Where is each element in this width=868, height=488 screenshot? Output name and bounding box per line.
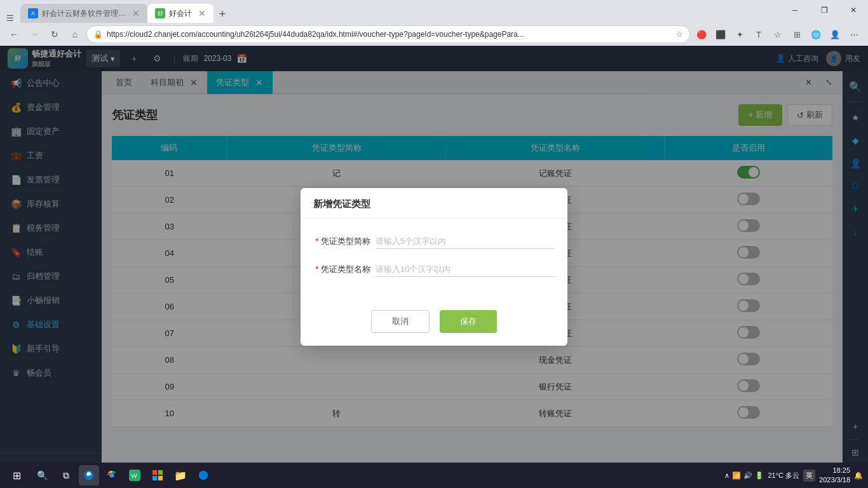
svg-text:W: W	[132, 472, 138, 479]
browser-tab-bar: ☰ A 好会计云财务软件管理系统_会计 ✕ 好 好会计 ✕ +	[0, 0, 868, 23]
taskbar-edge-2[interactable]	[193, 465, 214, 485]
taskbar-sound: 🔊	[743, 471, 752, 480]
taskbar-weather: 21°C 多云	[768, 471, 799, 480]
extension-btn-6[interactable]: ⊞	[788, 25, 806, 43]
taskbar-edge[interactable]	[79, 465, 99, 485]
extension-btn-3[interactable]: ✦	[731, 25, 749, 43]
taskbar-wifi: 📶	[732, 471, 741, 480]
taskbar-lang: 英	[803, 470, 815, 482]
tab-inactive-1[interactable]: A 好会计云财务软件管理系统_会计 ✕	[20, 4, 147, 23]
back-button[interactable]: ←	[5, 25, 23, 43]
save-button[interactable]: 保存	[440, 310, 497, 333]
extension-btn-5[interactable]: ☆	[769, 25, 787, 43]
extension-btn-2[interactable]: ⬛	[712, 25, 729, 43]
taskbar-notification[interactable]: 🔔	[854, 471, 863, 480]
star-icon[interactable]: ☆	[676, 30, 683, 39]
modal-header: 新增凭证类型	[301, 188, 567, 219]
tab-label-1: 好会计云财务软件管理系统_会计	[42, 8, 126, 19]
taskbar-multitask[interactable]: ⧉	[56, 465, 76, 485]
tab-label-2: 好会计	[169, 8, 192, 19]
tab-favicon-2: 好	[155, 8, 165, 18]
name-input[interactable]	[376, 262, 555, 277]
new-tab-button[interactable]: +	[214, 5, 231, 23]
browser-sidebar-toggle[interactable]: ☰	[0, 13, 20, 23]
modal-footer: 取消 保存	[301, 302, 567, 346]
account-btn[interactable]: 👤	[826, 25, 844, 43]
taskbar-battery: 🔋	[755, 471, 764, 480]
browser-actions: 🔴 ⬛ ✦ T ☆ ⊞ 🌐 👤 ⋯	[693, 25, 863, 43]
minimize-button[interactable]: ─	[780, 0, 810, 20]
modal-dialog: 新增凭证类型 凭证类型简称 凭证类型名称 取消 保存	[301, 188, 567, 346]
extension-btn-1[interactable]: 🔴	[693, 25, 710, 43]
taskbar-sys-icons: ∧ 📶 🔊 🔋	[724, 471, 764, 480]
taskbar-arrow-up[interactable]: ∧	[724, 471, 729, 480]
taskbar-wechat[interactable]: W	[125, 465, 145, 485]
modal-overlay: 新增凭证类型 凭证类型简称 凭证类型名称 取消 保存	[0, 46, 868, 488]
short-label: 凭证类型简称	[313, 236, 370, 247]
extension-btn-4[interactable]: T	[750, 25, 768, 43]
lock-icon: 🔒	[93, 30, 103, 39]
svg-rect-3	[153, 470, 157, 475]
taskbar-date: 2023/3/18	[819, 475, 850, 485]
reload-button[interactable]: ↻	[46, 25, 64, 43]
taskbar-search[interactable]: 🔍	[31, 464, 53, 487]
form-row-short: 凭证类型简称	[313, 234, 555, 249]
svg-rect-6	[158, 476, 163, 480]
form-row-name: 凭证类型名称	[313, 262, 555, 277]
address-box[interactable]: 🔒 https://cloud2.chanjet.com/accounting/…	[86, 25, 690, 43]
home-button[interactable]: ⌂	[66, 25, 84, 43]
taskbar-chrome[interactable]	[102, 465, 122, 485]
taskbar: ⊞ 🔍 ⧉ W 📁 ∧ 📶 🔊 🔋 21°C 多云 英 18:25 2023/3…	[0, 463, 868, 488]
address-text: https://cloud2.chanjet.com/accounting/uh…	[107, 30, 672, 39]
tab-close-1[interactable]: ✕	[132, 8, 140, 18]
taskbar-time: 18:25	[819, 466, 850, 475]
extension-btn-7[interactable]: 🌐	[807, 25, 825, 43]
name-label: 凭证类型名称	[313, 264, 370, 275]
taskbar-folder[interactable]: 📁	[170, 465, 191, 485]
modal-body: 凭证类型简称 凭证类型名称	[301, 219, 567, 302]
maximize-button[interactable]: ❐	[810, 0, 839, 20]
short-input[interactable]	[376, 234, 555, 249]
taskbar-clock: 18:25 2023/3/18	[819, 466, 850, 485]
taskbar-store[interactable]	[147, 465, 168, 485]
close-button[interactable]: ✕	[839, 0, 868, 20]
forward-button[interactable]: →	[25, 25, 43, 43]
svg-rect-4	[158, 470, 163, 475]
tab-favicon-1: A	[28, 8, 38, 18]
address-bar-row: ← → ↻ ⌂ 🔒 https://cloud2.chanjet.com/acc…	[0, 23, 868, 46]
taskbar-right: ∧ 📶 🔊 🔋 21°C 多云 英 18:25 2023/3/18 🔔	[724, 466, 863, 485]
svg-rect-5	[153, 476, 157, 480]
tab-active-2[interactable]: 好 好会计 ✕	[147, 4, 214, 23]
start-button[interactable]: ⊞	[5, 464, 28, 487]
tab-close-2[interactable]: ✕	[198, 8, 206, 18]
modal-title: 新增凭证类型	[313, 198, 370, 209]
more-btn[interactable]: ⋯	[845, 25, 863, 43]
cancel-button[interactable]: 取消	[371, 310, 430, 333]
